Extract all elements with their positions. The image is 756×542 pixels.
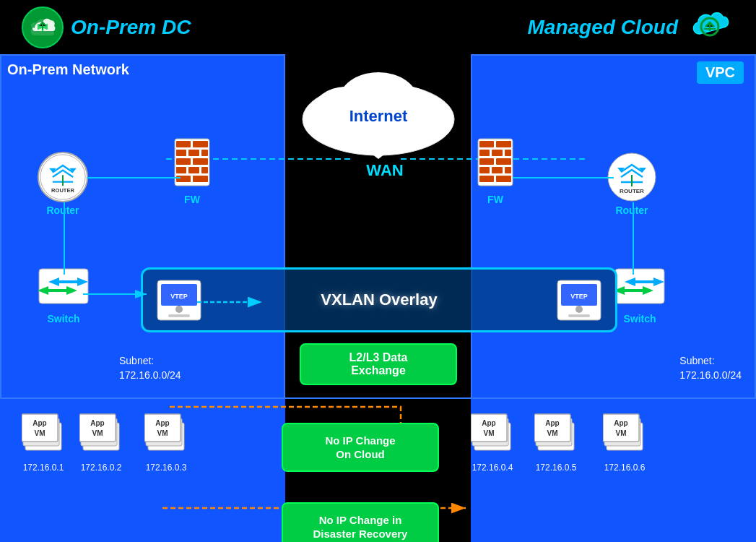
svg-rect-56	[568, 314, 590, 317]
vm-right-1-icon: App VM	[471, 408, 514, 455]
svg-point-55	[575, 306, 583, 313]
diagram-area: On-Prem Network VPC Internet WAN	[0, 54, 756, 542]
left-router-switch-line	[64, 202, 65, 275]
svg-text:VM: VM	[616, 429, 627, 437]
header-left: On-Prem DC	[22, 7, 191, 48]
right-router-icon: ROUTER	[607, 152, 657, 202]
svg-text:App: App	[614, 419, 627, 427]
svg-rect-14	[193, 141, 208, 147]
vxlan-arrow-left	[197, 291, 269, 313]
vm-right-3-icon: App VM	[603, 408, 646, 455]
left-switch-label: Switch	[47, 313, 79, 324]
vm-left-1: App VM 172.16.0.1	[22, 408, 65, 473]
vxlan-box: VTEP VXLAN Overlay VTEP	[141, 267, 617, 332]
internet-cloud-svg: Internet	[280, 65, 477, 159]
svg-rect-15	[176, 150, 186, 156]
right-fw-router-line	[513, 177, 614, 178]
l2l3-box: L2/L3 DataExchange	[300, 343, 457, 385]
switch-vtep-arrow	[83, 285, 152, 304]
svg-rect-13	[176, 141, 191, 147]
svg-rect-82	[534, 414, 570, 442]
vxlan-label: VXLAN Overlay	[321, 291, 437, 309]
l2l3-label: L2/L3 DataExchange	[349, 351, 408, 377]
vm-right-3: App VM 172.16.0.6	[603, 408, 646, 473]
left-fw: FW	[173, 137, 211, 205]
no-ip-cloud-box: No IP ChangeOn Cloud	[282, 423, 439, 472]
svg-rect-36	[479, 167, 490, 173]
svg-rect-19	[193, 158, 208, 165]
right-vtep-icon: VTEP	[554, 277, 604, 324]
no-ip-dr-label: No IP Change inDisaster Recovery	[313, 513, 408, 541]
right-switch-icon	[614, 267, 666, 311]
main-container: On-Prem DC Managed Cloud On-Prem Network…	[0, 0, 756, 542]
vm-left-1-icon: App VM	[22, 408, 65, 455]
svg-rect-87	[603, 414, 639, 442]
svg-rect-67	[79, 414, 116, 442]
svg-text:VM: VM	[547, 429, 558, 437]
left-router-fw-line	[87, 177, 181, 178]
left-panel-title: On-Prem Network	[7, 61, 129, 78]
left-switch: Switch	[38, 267, 90, 324]
svg-rect-17	[201, 150, 208, 156]
vm-right-2-icon: App VM	[534, 408, 578, 455]
svg-text:App: App	[545, 419, 559, 427]
svg-rect-35	[496, 158, 511, 165]
vm-left-2-ip: 172.16.0.2	[81, 463, 122, 473]
vm-right-1: App VM 172.16.0.4	[471, 408, 514, 473]
vm-left-1-ip: 172.16.0.1	[23, 463, 64, 473]
left-fw-label: FW	[184, 194, 200, 205]
right-fw-icon	[477, 137, 514, 192]
right-router-switch-line	[633, 202, 634, 275]
no-ip-cloud-label: No IP ChangeOn Cloud	[325, 434, 395, 462]
svg-rect-40	[496, 176, 511, 182]
svg-rect-31	[479, 150, 490, 156]
svg-text:VTEP: VTEP	[170, 293, 188, 300]
svg-text:App: App	[90, 419, 104, 427]
svg-text:App: App	[482, 419, 495, 427]
svg-rect-37	[492, 167, 503, 173]
vm-right-3-ip: 172.16.0.6	[604, 463, 646, 473]
svg-text:VTEP: VTEP	[570, 293, 588, 300]
svg-point-48	[175, 306, 183, 313]
cloud-logo	[685, 7, 734, 48]
svg-rect-49	[168, 314, 190, 317]
left-router: ROUTER Router	[38, 152, 88, 216]
svg-rect-32	[492, 150, 503, 156]
onprem-title: On-Prem DC	[71, 16, 191, 39]
vm-right-2-ip: 172.16.0.5	[536, 463, 577, 473]
svg-rect-16	[188, 150, 199, 156]
left-router-label: Router	[46, 205, 79, 216]
cloud-title: Managed Cloud	[528, 16, 678, 39]
svg-rect-34	[479, 158, 494, 165]
svg-text:VM: VM	[484, 429, 495, 437]
svg-rect-77	[471, 414, 507, 442]
left-router-icon: ROUTER	[39, 152, 87, 202]
svg-rect-21	[188, 167, 199, 173]
svg-text:VM: VM	[92, 429, 103, 437]
svg-rect-22	[201, 167, 208, 173]
svg-text:ROUTER: ROUTER	[51, 187, 74, 194]
svg-rect-38	[505, 167, 511, 173]
svg-text:App: App	[32, 419, 46, 427]
vm-right-2: App VM 172.16.0.5	[534, 408, 578, 473]
right-fw-label: FW	[487, 194, 503, 205]
svg-rect-20	[176, 167, 186, 173]
right-fw: FW	[477, 137, 514, 205]
svg-rect-30	[496, 141, 511, 147]
vm-left-2-icon: App VM	[79, 408, 123, 455]
left-fw-icon	[173, 137, 211, 192]
svg-rect-29	[479, 141, 494, 147]
svg-text:ROUTER: ROUTER	[620, 188, 644, 194]
right-switch: Switch	[614, 267, 666, 324]
no-ip-dr-box: No IP Change inDisaster Recovery	[282, 502, 439, 542]
vm-left-2: App VM 172.16.0.2	[79, 408, 123, 473]
header-right: Managed Cloud	[528, 7, 734, 48]
svg-rect-39	[479, 176, 494, 182]
svg-rect-33	[505, 150, 511, 156]
svg-rect-62	[22, 414, 58, 442]
vm-left-3-ip: 172.16.0.3	[146, 463, 187, 473]
svg-rect-44	[615, 269, 664, 304]
left-subnet: Subnet: 172.16.0.0/24	[119, 354, 181, 382]
svg-rect-18	[176, 158, 191, 165]
svg-text:VM: VM	[35, 429, 45, 437]
